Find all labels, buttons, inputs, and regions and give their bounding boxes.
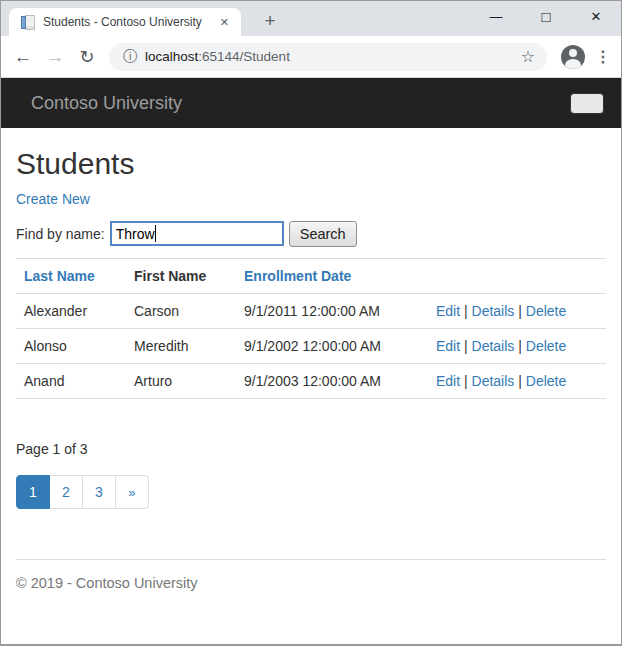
enrollment-date-cell: 9/1/2011 12:00:00 AM: [236, 294, 428, 329]
search-label: Find by name:: [16, 226, 105, 242]
separator: |: [518, 338, 522, 354]
tab-title: Students - Contoso University: [43, 15, 210, 29]
bookmark-star-icon[interactable]: ☆: [521, 47, 535, 66]
pagination-page-1[interactable]: 1: [16, 475, 50, 509]
text-caret: [155, 225, 156, 242]
delete-link[interactable]: Delete: [526, 373, 566, 389]
separator: |: [464, 373, 468, 389]
details-link[interactable]: Details: [472, 303, 515, 319]
first-name-cell: Arturo: [126, 364, 236, 399]
minimize-button[interactable]: —: [471, 1, 521, 31]
last-name-cell: Alexander: [16, 294, 126, 329]
search-input[interactable]: [110, 221, 284, 246]
sort-last-name-link[interactable]: Last Name: [24, 268, 95, 284]
table-header-row: Last Name First Name Enrollment Date: [16, 259, 606, 294]
edit-link[interactable]: Edit: [436, 373, 460, 389]
actions-cell: Edit | Details | Delete: [428, 294, 606, 329]
actions-header: [428, 259, 606, 294]
favicon-icon: [21, 15, 35, 30]
back-icon[interactable]: ←: [7, 46, 39, 68]
enrollment-date-cell: 9/1/2002 12:00:00 AM: [236, 329, 428, 364]
browser-tab[interactable]: Students - Contoso University ✕: [9, 8, 241, 36]
browser-toolbar: ← → ↻ ⓘ localhost:65144/Student ☆ ⋮: [1, 36, 621, 78]
create-new-link[interactable]: Create New: [16, 191, 90, 207]
sort-enrollment-date-link[interactable]: Enrollment Date: [244, 268, 351, 284]
table-row: Alonso Meredith 9/1/2002 12:00:00 AM Edi…: [16, 329, 606, 364]
tab-close-icon[interactable]: ✕: [216, 14, 233, 31]
last-name-cell: Anand: [16, 364, 126, 399]
address-bar[interactable]: ⓘ localhost:65144/Student ☆: [109, 43, 547, 71]
profile-avatar-icon[interactable]: [561, 45, 585, 69]
students-table: Last Name First Name Enrollment Date Ale…: [16, 258, 606, 399]
url-text[interactable]: localhost:65144/Student: [145, 49, 521, 64]
page-info-icon[interactable]: ⓘ: [123, 48, 137, 66]
pagination: 1 2 3 »: [16, 475, 606, 509]
new-tab-button[interactable]: +: [257, 9, 283, 35]
separator: |: [518, 373, 522, 389]
edit-link[interactable]: Edit: [436, 303, 460, 319]
first-name-cell: Meredith: [126, 329, 236, 364]
page-status: Page 1 of 3: [16, 441, 606, 457]
last-name-cell: Alonso: [16, 329, 126, 364]
table-row: Alexander Carson 9/1/2011 12:00:00 AM Ed…: [16, 294, 606, 329]
maximize-button[interactable]: □: [521, 1, 571, 31]
browser-menu-icon[interactable]: ⋮: [589, 47, 617, 66]
first-name-cell: Carson: [126, 294, 236, 329]
navbar-brand[interactable]: Contoso University: [16, 93, 182, 114]
details-link[interactable]: Details: [472, 373, 515, 389]
separator: |: [464, 303, 468, 319]
pagination-page-3[interactable]: 3: [83, 475, 116, 509]
close-window-button[interactable]: ✕: [571, 1, 621, 31]
search-form: Find by name: Search: [16, 220, 606, 247]
enrollment-date-cell: 9/1/2003 12:00:00 AM: [236, 364, 428, 399]
reload-icon[interactable]: ↻: [71, 46, 103, 68]
forward-icon[interactable]: →: [39, 46, 71, 68]
separator: |: [464, 338, 468, 354]
tab-strip: Students - Contoso University ✕ + — □ ✕: [1, 1, 621, 36]
actions-cell: Edit | Details | Delete: [428, 364, 606, 399]
edit-link[interactable]: Edit: [436, 338, 460, 354]
first-name-header: First Name: [126, 259, 236, 294]
details-link[interactable]: Details: [472, 338, 515, 354]
delete-link[interactable]: Delete: [526, 303, 566, 319]
table-row: Anand Arturo 9/1/2003 12:00:00 AM Edit |…: [16, 364, 606, 399]
separator: |: [518, 303, 522, 319]
window-controls: — □ ✕: [471, 1, 621, 33]
url-path: :65144/Student: [198, 49, 290, 64]
actions-cell: Edit | Details | Delete: [428, 329, 606, 364]
page-content: Students Create New Find by name: Search…: [1, 147, 621, 606]
delete-link[interactable]: Delete: [526, 338, 566, 354]
url-host: localhost: [145, 49, 198, 64]
page-title: Students: [16, 147, 606, 181]
browser-window: Students - Contoso University ✕ + — □ ✕ …: [0, 0, 622, 646]
page-footer: © 2019 - Contoso University: [16, 559, 606, 606]
pagination-page-2[interactable]: 2: [50, 475, 83, 509]
pagination-next-button[interactable]: »: [116, 475, 149, 509]
site-navbar: Contoso University: [1, 78, 621, 128]
navbar-toggle-button[interactable]: [570, 93, 604, 114]
search-button[interactable]: Search: [289, 221, 357, 247]
